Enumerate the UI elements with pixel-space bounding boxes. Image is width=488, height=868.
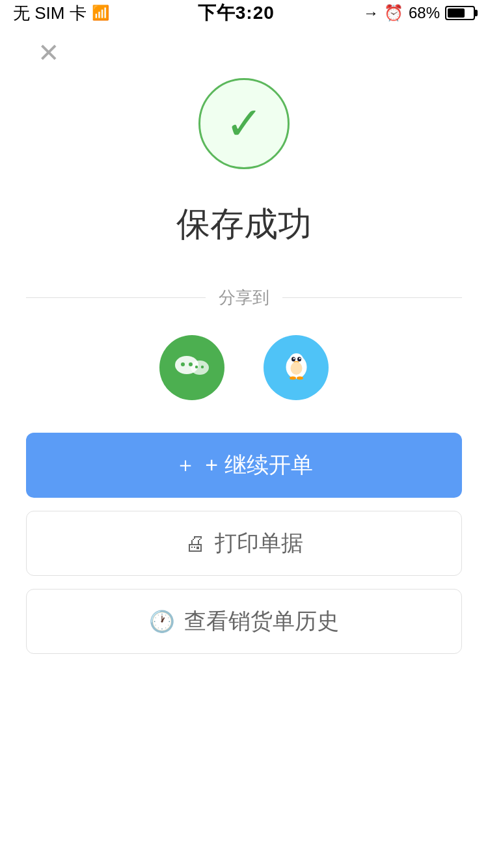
success-title: 保存成功 [176, 202, 312, 247]
svg-point-4 [195, 366, 198, 368]
battery-percent: 68% [409, 4, 440, 22]
history-button-label: 查看销货单历史 [184, 606, 339, 636]
history-button[interactable]: 🕐 查看销货单历史 [26, 589, 462, 654]
wechat-icon [172, 348, 211, 387]
print-icon: 🖨 [185, 532, 206, 556]
svg-point-3 [189, 362, 193, 366]
plus-icon: ＋ [175, 451, 196, 480]
checkmark-icon: ✓ [225, 101, 264, 146]
svg-point-15 [297, 376, 303, 379]
wechat-share-button[interactable] [159, 335, 224, 400]
status-time: 下午3:20 [198, 1, 275, 25]
svg-point-14 [290, 376, 296, 379]
status-right: → ⏰ 68% [363, 4, 475, 22]
action-buttons: ＋ + 继续开单 🖨 打印单据 🕐 查看销货单历史 [0, 433, 488, 654]
qq-share-button[interactable] [264, 335, 329, 400]
close-icon: ✕ [38, 40, 60, 66]
divider-right [282, 297, 462, 298]
status-bar: 无 SIM 卡 📶 下午3:20 → ⏰ 68% [0, 0, 488, 26]
no-sim-text: 无 SIM 卡 [13, 2, 87, 25]
svg-point-9 [297, 357, 301, 361]
svg-point-5 [201, 366, 204, 368]
qq-icon [278, 350, 314, 386]
continue-button-label: + 继续开单 [205, 450, 312, 480]
alarm-icon: ⏰ [384, 4, 403, 22]
share-label: 分享到 [206, 286, 282, 309]
print-button-label: 打印单据 [215, 528, 303, 558]
status-left: 无 SIM 卡 📶 [13, 2, 109, 25]
close-button[interactable]: ✕ [33, 36, 65, 69]
svg-point-8 [291, 357, 295, 361]
battery-indicator [445, 6, 475, 20]
location-icon: → [363, 4, 379, 22]
svg-point-10 [293, 357, 294, 359]
print-button[interactable]: 🖨 打印单据 [26, 511, 462, 576]
share-section: 分享到 [0, 286, 488, 400]
svg-point-11 [299, 357, 300, 359]
divider-left [26, 297, 206, 298]
svg-point-2 [181, 362, 185, 366]
main-content: ✓ 保存成功 分享到 [0, 26, 488, 654]
svg-point-1 [191, 360, 209, 375]
clock-icon: 🕐 [149, 609, 175, 634]
continue-button[interactable]: ＋ + 继续开单 [26, 433, 462, 498]
success-circle: ✓ [198, 78, 290, 169]
share-divider: 分享到 [26, 286, 462, 309]
wifi-icon: 📶 [92, 5, 109, 21]
share-icons-row [26, 335, 462, 400]
svg-point-13 [290, 362, 302, 375]
